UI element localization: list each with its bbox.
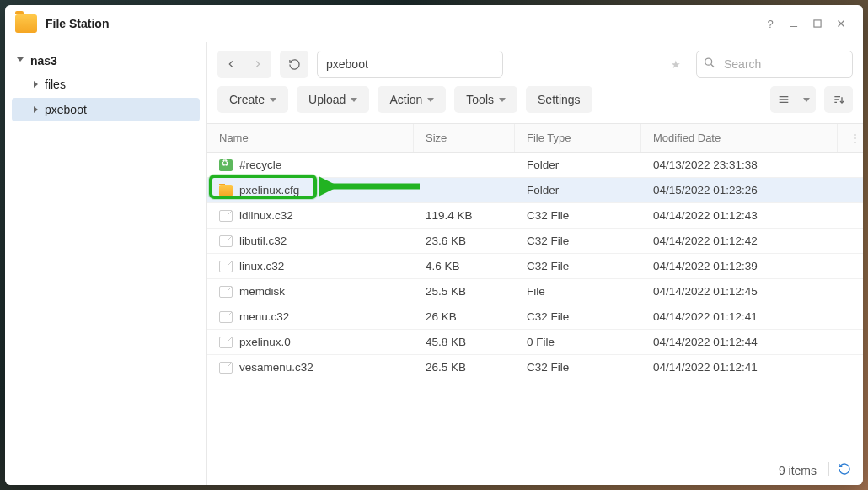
table-row[interactable]: #recycleFolder04/13/2022 23:31:38 (207, 153, 863, 178)
table-row[interactable]: menu.c3226 KBC32 File04/14/2022 01:12:41 (207, 304, 863, 330)
table-row[interactable]: linux.c324.6 KBC32 File04/14/2022 01:12:… (207, 254, 863, 279)
table-row[interactable]: pxelinux.cfgFolder04/15/2022 01:23:26 (207, 178, 863, 203)
chevron-down-icon (351, 98, 357, 102)
cell-modified: 04/14/2022 01:12:45 (641, 285, 863, 298)
file-icon (219, 286, 233, 298)
file-icon (219, 337, 233, 348)
nav-forward-button[interactable] (244, 51, 271, 78)
cell-modified: 04/13/2022 23:31:38 (641, 159, 863, 171)
tree-root[interactable]: nas3 (12, 51, 200, 71)
cell-size: 45.8 KB (414, 336, 515, 348)
close-button[interactable] (829, 12, 853, 35)
cell-type: 0 File (515, 336, 641, 348)
cell-name: ldlinux.c32 (207, 209, 414, 222)
svg-rect-1 (814, 20, 821, 27)
file-station-window: File Station ? nas3 filespxeboot (5, 5, 863, 485)
chevron-down-icon (17, 57, 24, 65)
create-button[interactable]: Create (217, 86, 288, 113)
tools-button[interactable]: Tools (454, 86, 517, 113)
action-button[interactable]: Action (378, 86, 446, 113)
app-title: File Station (46, 17, 109, 30)
cell-name: memdisk (207, 285, 414, 298)
file-icon (219, 235, 233, 247)
help-button[interactable]: ? (758, 12, 782, 35)
cell-modified: 04/14/2022 01:12:43 (641, 209, 863, 222)
chevron-down-icon (270, 98, 276, 102)
titlebar: File Station ? (5, 5, 863, 42)
cell-modified: 04/14/2022 01:12:44 (641, 336, 863, 348)
sidebar-item-files[interactable]: files (12, 73, 200, 96)
sort-button[interactable] (824, 86, 853, 113)
cell-type: C32 File (515, 209, 641, 222)
cell-name: pxelinux.cfg (207, 184, 414, 197)
nav-bar: ★ (207, 42, 863, 86)
table-row[interactable]: pxelinux.045.8 KB0 File04/14/2022 01:12:… (207, 330, 863, 355)
tree-root-label: nas3 (30, 54, 57, 67)
cell-modified: 04/14/2022 01:12:42 (641, 234, 863, 247)
status-refresh-button[interactable] (828, 462, 851, 478)
upload-button[interactable]: Upload (297, 86, 369, 113)
nav-back-button[interactable] (217, 51, 244, 78)
cell-name: linux.c32 (207, 260, 414, 272)
chevron-right-icon (34, 81, 38, 88)
cell-name: menu.c32 (207, 310, 414, 323)
col-name[interactable]: Name (207, 124, 414, 152)
view-mode-dropdown[interactable] (797, 86, 816, 113)
cell-modified: 04/15/2022 01:23:26 (641, 184, 863, 197)
chevron-down-icon (499, 98, 506, 102)
minimize-button[interactable] (782, 12, 806, 35)
cell-type: C32 File (515, 234, 641, 247)
col-menu-button[interactable]: ⋮ (838, 124, 863, 152)
col-size[interactable]: Size (414, 124, 515, 152)
search-icon (703, 57, 716, 73)
folder-icon (219, 185, 233, 197)
table-row[interactable]: memdisk25.5 KBFile04/14/2022 01:12:45 (207, 279, 863, 304)
cell-size: 119.4 KB (414, 209, 515, 222)
cell-type: Folder (515, 159, 641, 171)
view-mode-segment (770, 86, 816, 113)
list-view-button[interactable] (770, 86, 797, 113)
cell-name: vesamenu.c32 (207, 361, 414, 374)
table-row[interactable]: libutil.c3223.6 KBC32 File04/14/2022 01:… (207, 229, 863, 254)
maximize-button[interactable] (806, 12, 829, 35)
search-input[interactable] (696, 51, 853, 78)
cell-type: Folder (515, 184, 641, 197)
sidebar-item-pxeboot[interactable]: pxeboot (12, 98, 200, 121)
toolbar: Create Upload Action Tools Settings (207, 86, 863, 123)
file-icon (219, 362, 233, 374)
app-folder-icon (15, 14, 37, 33)
chevron-down-icon (427, 98, 434, 102)
cell-size: 26 KB (414, 310, 515, 323)
cell-name: libutil.c32 (207, 234, 414, 247)
svg-line-5 (711, 64, 715, 67)
file-icon (219, 261, 233, 272)
path-input[interactable] (317, 51, 503, 78)
col-filetype[interactable]: File Type (515, 124, 641, 152)
svg-point-4 (705, 58, 712, 65)
favorite-star-icon[interactable]: ★ (671, 58, 681, 71)
table-row[interactable]: ldlinux.c32119.4 KBC32 File04/14/2022 01… (207, 203, 863, 229)
recycle-icon (219, 159, 233, 171)
cell-type: File (515, 285, 641, 298)
status-bar: 9 items (207, 455, 863, 485)
cell-name: #recycle (207, 159, 414, 171)
table-row[interactable]: vesamenu.c3226.5 KBC32 File04/14/2022 01… (207, 355, 863, 380)
settings-button[interactable]: Settings (526, 86, 592, 113)
cell-type: C32 File (515, 310, 641, 323)
nav-history (217, 51, 271, 78)
col-modified[interactable]: Modified Date (641, 124, 838, 152)
file-icon (219, 210, 233, 222)
file-icon (219, 311, 233, 323)
cell-size: 4.6 KB (414, 260, 515, 272)
cell-size: 25.5 KB (414, 285, 515, 298)
file-table: Name Size File Type Modified Date ⋮ #rec… (207, 123, 863, 455)
table-header: Name Size File Type Modified Date ⋮ (207, 123, 863, 153)
cell-modified: 04/14/2022 01:12:41 (641, 361, 863, 374)
sidebar-item-label: files (45, 78, 66, 91)
nav-refresh-button[interactable] (280, 51, 308, 78)
cell-modified: 04/14/2022 01:12:41 (641, 310, 863, 323)
sidebar: nas3 filespxeboot (5, 42, 207, 485)
item-count: 9 items (779, 464, 817, 477)
chevron-down-icon (803, 98, 810, 102)
cell-size: 26.5 KB (414, 361, 515, 374)
